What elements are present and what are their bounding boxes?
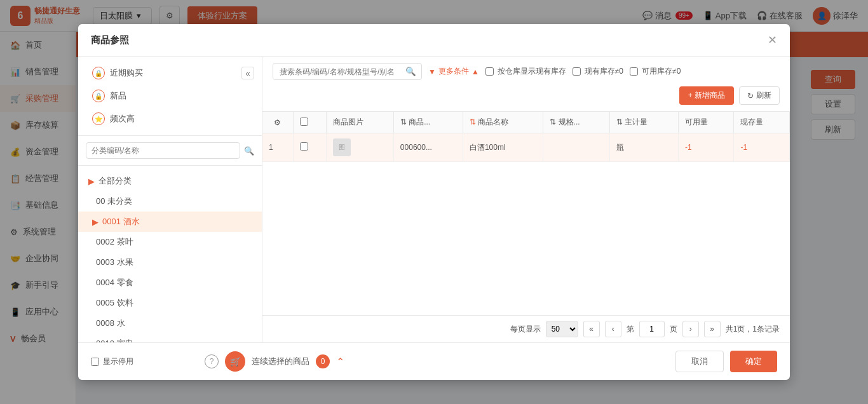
td-code: 000600... <box>393 133 463 162</box>
selected-label: 连续选择的商品 <box>252 356 309 367</box>
page-number-input[interactable] <box>639 321 665 337</box>
td-index: 1 <box>262 133 293 162</box>
category-search-icon[interactable]: 🔍 <box>244 146 254 156</box>
show-disabled-group: 显示停用 <box>91 356 133 367</box>
filter-icon: ▼ <box>428 67 436 76</box>
lock-icon-2: 🔒 <box>92 90 105 102</box>
collapse-up-btn[interactable]: ⌃ <box>336 356 344 368</box>
tab-new-products[interactable]: 🔒 新品 <box>86 86 254 106</box>
footer-right: 取消 确定 <box>675 351 777 372</box>
next-page-btn[interactable]: › <box>682 321 699 337</box>
modal-left-panel: 🔒 近期购买 « 🔒 新品 ⭐ 频次高 <box>78 57 262 342</box>
th-checkbox <box>293 112 326 133</box>
confirm-btn[interactable]: 确定 <box>730 351 777 372</box>
add-product-btn[interactable]: + 新增商品 <box>679 86 734 105</box>
cancel-btn[interactable]: 取消 <box>675 351 724 372</box>
show-disabled-checkbox[interactable] <box>91 358 99 366</box>
prev-page-btn[interactable]: ‹ <box>605 321 621 337</box>
modal-quick-tabs: 🔒 近期购买 « 🔒 新品 ⭐ 频次高 <box>78 57 262 136</box>
th-image[interactable]: 商品图片 <box>326 112 393 133</box>
modal-title: 商品参照 <box>91 34 129 46</box>
product-reference-modal: 商品参照 ✕ 🔒 近期购买 « 🔒 新品 <box>78 24 790 380</box>
warehouse-stock-checkbox-group: 按仓库显示现有库存 <box>485 66 566 77</box>
expand-0001-icon: ▶ <box>92 217 98 227</box>
td-name: 白酒100ml <box>463 133 543 162</box>
refresh-icon: ↻ <box>747 91 754 100</box>
category-all[interactable]: ▶ 全部分类 <box>78 171 262 191</box>
warehouse-stock-checkbox[interactable] <box>485 67 494 76</box>
category-0008[interactable]: 0008 水 <box>78 313 262 333</box>
modal-footer: 显示停用 ? 🛒 连续选择的商品 0 ⌃ 取消 确定 <box>78 342 790 380</box>
pagination: 每页显示 50 100 200 « ‹ 第 页 › » 共1页，1条记录 <box>262 315 790 342</box>
category-search-input[interactable] <box>86 142 240 159</box>
td-unit: 瓶 <box>610 133 679 162</box>
td-checkbox <box>293 133 326 162</box>
td-stock: -1 <box>734 133 790 162</box>
cart-btn[interactable]: 🛒 <box>225 351 245 372</box>
td-spec <box>543 133 610 162</box>
current-stock-checkbox[interactable] <box>573 67 581 76</box>
refresh-table-btn[interactable]: ↻ 刷新 <box>739 86 780 105</box>
current-stock-checkbox-group: 现有库存≠0 <box>573 66 623 77</box>
category-00[interactable]: 00 未分类 <box>78 191 262 212</box>
category-0004[interactable]: 0004 零食 <box>78 273 262 293</box>
th-name[interactable]: ⇅ 商品名称 <box>463 112 543 133</box>
expand-all-icon: ▶ <box>88 177 95 186</box>
available-stock-checkbox-group: 可用库存≠0 <box>630 66 681 77</box>
product-table: ⚙ 商品图片 ⇅ 商品... ⇅ <box>262 112 790 162</box>
product-search-btn[interactable]: 🔍 <box>400 64 421 79</box>
table-row[interactable]: 1 图 000600... 白酒100ml 瓶 -1 -1 <box>262 133 790 162</box>
category-0002[interactable]: 0002 茶叶 <box>78 232 262 252</box>
product-image: 图 <box>333 138 351 156</box>
modal-right-panel: 🔍 ▼ 更多条件 ▲ 按仓库显示现有库存 现有库存≠0 <box>262 57 790 342</box>
th-available[interactable]: 可用量 <box>679 112 734 133</box>
product-table-wrap: ⚙ 商品图片 ⇅ 商品... ⇅ <box>262 112 790 315</box>
more-filter-btn[interactable]: ▼ 更多条件 ▲ <box>428 66 479 77</box>
th-stock[interactable]: 现存量 <box>734 112 790 133</box>
product-search-input[interactable] <box>273 64 400 79</box>
product-search-bar: 🔍 <box>273 63 422 80</box>
td-available: -1 <box>679 133 734 162</box>
star-icon: ⭐ <box>92 112 105 125</box>
collapse-left-btn[interactable]: « <box>241 67 254 79</box>
selected-count-badge: 0 <box>316 354 330 368</box>
td-image: 图 <box>326 133 393 162</box>
toolbar-right: + 新增商品 ↻ 刷新 <box>679 86 780 105</box>
help-btn[interactable]: ? <box>205 354 219 368</box>
available-stock-checkbox[interactable] <box>630 67 638 76</box>
tab-high-frequency[interactable]: ⭐ 频次高 <box>86 109 254 129</box>
modal-overlay: 商品参照 ✕ 🔒 近期购买 « 🔒 新品 <box>0 0 868 404</box>
category-search-area: 🔍 <box>78 136 262 166</box>
th-settings[interactable]: ⚙ <box>262 112 293 133</box>
first-page-btn[interactable]: « <box>583 321 600 337</box>
category-tree: ▶ 全部分类 00 未分类 ▶ 0001 酒水 0002 茶叶 0003 水果 <box>78 166 262 342</box>
th-code[interactable]: ⇅ 商品... <box>393 112 463 133</box>
last-page-btn[interactable]: » <box>704 321 721 337</box>
modal-toolbar: 🔍 ▼ 更多条件 ▲ 按仓库显示现有库存 现有库存≠0 <box>262 57 790 112</box>
category-0010[interactable]: 0010 家电 <box>78 333 262 342</box>
row-checkbox[interactable] <box>300 142 308 151</box>
category-0001[interactable]: ▶ 0001 酒水 <box>78 212 262 232</box>
select-all-checkbox[interactable] <box>300 118 308 126</box>
per-page-select[interactable]: 50 100 200 <box>546 321 578 337</box>
th-spec[interactable]: ⇅ 规格... <box>543 112 610 133</box>
modal-body: 🔒 近期购买 « 🔒 新品 ⭐ 频次高 <box>78 57 790 342</box>
lock-icon-1: 🔒 <box>92 67 105 79</box>
th-unit[interactable]: ⇅ 主计量 <box>610 112 679 133</box>
footer-center: ? 🛒 连续选择的商品 0 ⌃ <box>205 351 344 372</box>
modal-close-btn[interactable]: ✕ <box>768 33 777 47</box>
category-0005[interactable]: 0005 饮料 <box>78 293 262 313</box>
tab-recent-purchase[interactable]: 🔒 近期购买 <box>86 63 149 83</box>
modal-header: 商品参照 ✕ <box>78 24 790 57</box>
category-0003[interactable]: 0003 水果 <box>78 252 262 273</box>
